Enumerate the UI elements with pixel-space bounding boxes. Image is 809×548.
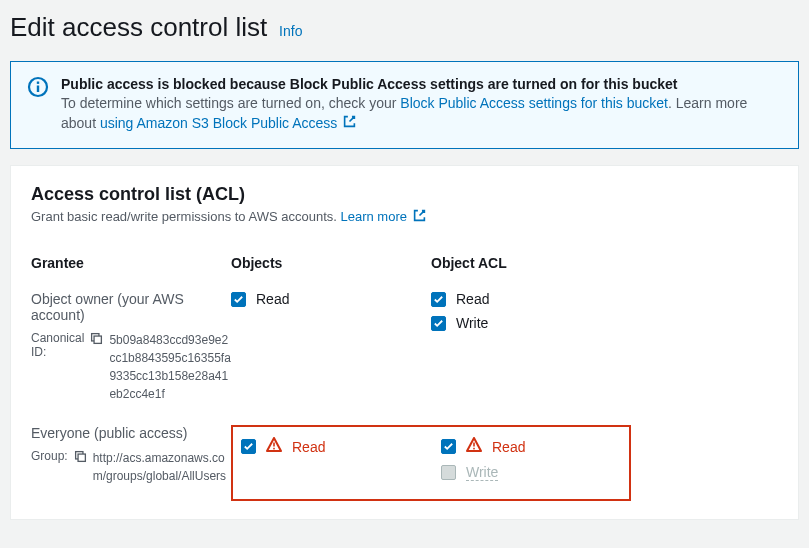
panel-sub-text: Grant basic read/write permissions to AW… [31,209,340,224]
grantee-everyone: Everyone (public access) Group: http://a… [31,425,231,501]
perm-label-read: Read [456,291,489,307]
perm-label-read: Read [292,439,325,455]
everyone-acl: Read Write [441,437,641,489]
learn-more-bpa-text: using Amazon S3 Block Public Access [100,115,337,131]
svg-rect-8 [273,448,275,450]
warning-icon [466,437,482,456]
owner-objects: Read [231,291,431,403]
alert-body-pre: To determine which settings are turned o… [61,95,400,111]
acl-panel: Access control list (ACL) Grant basic re… [10,165,799,521]
panel-title: Access control list (ACL) [31,184,778,205]
perm-label-write: Write [456,315,488,331]
svg-rect-7 [273,443,275,447]
grantee-owner-name: Object owner (your AWS account) [31,291,231,323]
warning-icon [266,437,282,456]
grantee-everyone-name: Everyone (public access) [31,425,231,441]
alert-title: Public access is blocked because Block P… [61,76,782,92]
panel-subtitle: Grant basic read/write permissions to AW… [31,209,778,226]
copy-icon[interactable] [90,332,103,348]
group-url-value: http://acs.amazonaws.com/groups/global/A… [93,449,231,485]
perm-label-write: Write [466,464,498,481]
canonical-id-value: 5b09a8483ccd93e9e2cc1b8843595c16355fa933… [109,331,231,403]
perm-label-read: Read [256,291,289,307]
public-access-highlight: Read Read Write [231,425,631,501]
canonical-id-label: Canonical ID: [31,331,84,359]
page-title: Edit access control list [10,12,267,43]
svg-rect-2 [37,82,39,84]
group-label: Group: [31,449,68,463]
col-grantee: Grantee [31,255,231,271]
col-objects: Objects [231,255,431,271]
acl-table: Grantee Objects Object ACL Object owner … [31,255,778,501]
info-link[interactable]: Info [279,23,302,39]
block-public-access-settings-link[interactable]: Block Public Access settings for this bu… [400,95,668,111]
copy-icon[interactable] [74,450,87,466]
grantee-owner: Object owner (your AWS account) Canonica… [31,291,231,403]
svg-rect-10 [473,448,475,450]
owner-acl-read-checkbox[interactable] [431,292,446,307]
owner-objects-read-checkbox[interactable] [231,292,246,307]
info-alert: Public access is blocked because Block P… [10,61,799,149]
everyone-objects-read-checkbox[interactable] [241,439,256,454]
everyone-objects: Read [241,437,441,489]
owner-acl-write-checkbox[interactable] [431,316,446,331]
perm-label-read: Read [492,439,525,455]
owner-acl: Read Write [431,291,631,403]
everyone-acl-read-checkbox[interactable] [441,439,456,454]
alert-body: To determine which settings are turned o… [61,94,782,134]
svg-rect-1 [37,86,39,93]
svg-rect-6 [78,454,85,461]
everyone-acl-write-checkbox [441,465,456,480]
external-link-icon [343,114,356,134]
col-acl: Object ACL [431,255,631,271]
svg-rect-4 [94,336,101,343]
svg-rect-9 [473,443,475,447]
learn-more-bpa-link[interactable]: using Amazon S3 Block Public Access [100,115,356,131]
learn-more-acl-link[interactable]: Learn more [340,209,425,224]
info-icon [27,76,49,98]
learn-more-acl-text: Learn more [340,209,406,224]
external-link-icon [413,209,426,225]
